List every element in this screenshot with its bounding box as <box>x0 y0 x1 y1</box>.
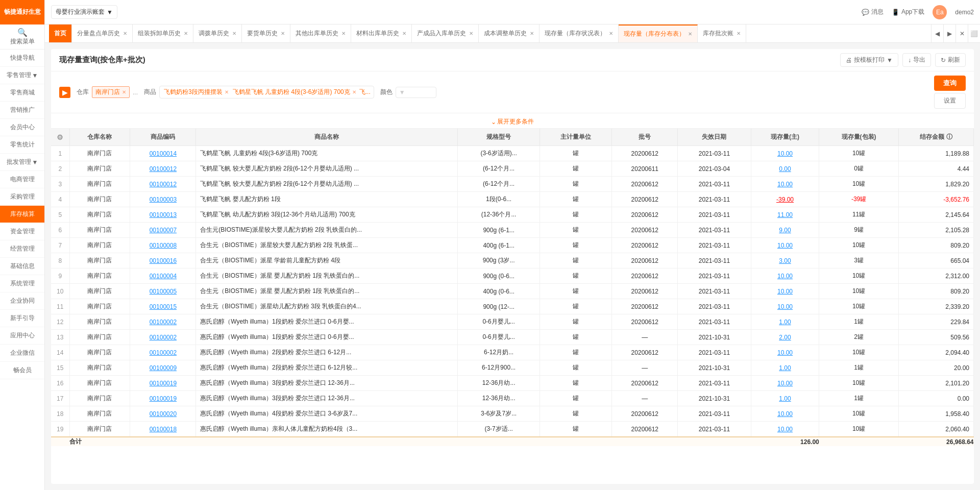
tab-inventory-status[interactable]: 现存量（库存状况表） ✕ <box>540 24 619 43</box>
product-filter-input[interactable]: 飞鹤奶粉3段丙撞摆装 ✕ 飞鹤星飞帆 儿童奶粉 4段(3-6岁适用) 700克 … <box>159 86 374 99</box>
tab-req-history[interactable]: 要货单历史 ✕ <box>242 24 290 43</box>
tab-cost-adjust[interactable]: 成本调整单历史 ✕ <box>479 24 540 43</box>
cell-qty-main[interactable]: 10.00 <box>751 268 819 284</box>
cell-code[interactable]: 00100002 <box>130 330 196 345</box>
cell-qty-main[interactable]: 10.00 <box>751 422 819 437</box>
sidebar-item-retail-mall[interactable]: 零售商城 <box>0 84 44 102</box>
cell-qty-main[interactable]: 1.00 <box>751 314 819 330</box>
query-button[interactable]: 查询 <box>934 76 966 91</box>
sidebar-item-member-center[interactable]: 会员中心 <box>0 119 44 136</box>
cell-code[interactable]: 00100018 <box>130 422 196 437</box>
cell-qty-main[interactable]: 10.00 <box>751 177 819 192</box>
settings-icon[interactable]: ⚙ <box>57 133 63 141</box>
tab-close-batch-ledger[interactable]: ✕ <box>737 31 741 36</box>
tab-close-inventory-status[interactable]: ✕ <box>609 31 613 36</box>
tab-product-in[interactable]: 产成品入库单历史 ✕ <box>412 24 479 43</box>
sidebar-item-inventory[interactable]: 库存核算 <box>0 206 44 223</box>
cell-code[interactable]: 00100019 <box>130 391 196 406</box>
cell-code[interactable]: 00100004 <box>130 268 196 284</box>
sidebar-item-biz-mgmt[interactable]: 经营管理 <box>0 240 44 258</box>
tab-close-split-history[interactable]: ✕ <box>123 31 127 36</box>
sidebar-item-system-mgmt[interactable]: 系统管理 <box>0 275 44 292</box>
cell-code[interactable]: 00100007 <box>130 223 196 238</box>
tab-close-product-in[interactable]: ✕ <box>469 31 473 36</box>
cell-qty-main[interactable]: 10.00 <box>751 299 819 314</box>
cell-code[interactable]: 00100020 <box>130 406 196 422</box>
cell-code[interactable]: 00100019 <box>130 376 196 391</box>
sidebar-item-basic-info[interactable]: 基础信息 <box>0 258 44 275</box>
product-tag-2[interactable]: 飞鹤星飞帆 儿童奶粉 4段(3-6岁适用) 700克 ✕ <box>232 88 357 96</box>
cell-code[interactable]: 00100013 <box>130 207 196 223</box>
sidebar-item-enterprise-collab[interactable]: 企业协同 <box>0 292 44 310</box>
cell-qty-main[interactable]: 10.00 <box>751 238 819 253</box>
product-tag-2-close[interactable]: ✕ <box>352 89 356 95</box>
tab-split-history[interactable]: 分量盘点单历史 ✕ <box>72 24 133 43</box>
tab-close-inventory-dist[interactable]: ✕ <box>688 31 692 37</box>
cell-qty-main[interactable]: 10.00 <box>751 376 819 391</box>
cell-qty-main[interactable]: -39.00 <box>751 192 819 207</box>
color-filter-input[interactable]: ▼ <box>396 87 436 98</box>
user-avatar[interactable]: Ea <box>933 5 947 19</box>
sidebar-item-vip-member[interactable]: 畅会员 <box>0 362 44 379</box>
sidebar-item-retail-mgmt[interactable]: 零售管理 ▼ <box>0 67 44 84</box>
account-dropdown[interactable]: 母婴行业演示账套 ▼ <box>51 5 117 19</box>
cell-code[interactable]: 00100016 <box>130 253 196 268</box>
tab-close-material-out[interactable]: ✕ <box>402 31 406 36</box>
tab-left-arrow[interactable]: ◀ <box>931 24 943 43</box>
product-tag-1[interactable]: 飞鹤奶粉3段丙撞摆装 ✕ <box>163 88 230 96</box>
tab-home[interactable]: 首页 <box>49 24 72 43</box>
sidebar-item-marketing[interactable]: 营销推广 <box>0 102 44 119</box>
tab-close-cost-adjust[interactable]: ✕ <box>530 31 534 36</box>
warehouse-tag[interactable]: 南岸门店 ✕ <box>92 86 130 98</box>
cell-qty-main[interactable]: 3.00 <box>751 253 819 268</box>
message-btn[interactable]: 💬 消息 <box>862 8 884 16</box>
cell-qty-main[interactable]: 10.00 <box>751 146 819 161</box>
sidebar-item-wholesale-mgmt[interactable]: 批发管理 ▼ <box>0 154 44 171</box>
warehouse-tag-close[interactable]: ✕ <box>122 89 126 95</box>
cell-qty-main[interactable]: 2.00 <box>751 330 819 345</box>
cell-qty-main[interactable]: 10.00 <box>751 406 819 422</box>
cell-qty-main[interactable]: 0.00 <box>751 161 819 177</box>
product-tag-1-close[interactable]: ✕ <box>225 89 229 95</box>
tab-close-other-out[interactable]: ✕ <box>341 31 346 36</box>
sidebar-search-item[interactable]: 🔍 搜索菜单 <box>0 24 44 50</box>
tab-batch-ledger[interactable]: 库存批次账 ✕ <box>698 24 746 43</box>
sidebar-item-enterprise-wechat[interactable]: 企业微信 <box>0 345 44 362</box>
sidebar-item-quick-nav[interactable]: 快捷导航 <box>0 50 44 67</box>
export-button[interactable]: ↓ 导出 <box>902 53 931 67</box>
cell-code[interactable]: 00100015 <box>130 299 196 314</box>
tab-maximize[interactable]: ⬜ <box>968 24 980 43</box>
cell-code[interactable]: 00100002 <box>130 345 196 360</box>
cell-code[interactable]: 00100002 <box>130 314 196 330</box>
cell-code[interactable]: 00100009 <box>130 360 196 376</box>
setting-button[interactable]: 设置 <box>934 93 966 109</box>
print-button[interactable]: 🖨 按模板打印 ▼ <box>840 53 898 67</box>
cell-code[interactable]: 00100008 <box>130 238 196 253</box>
tab-close-req-history[interactable]: ✕ <box>281 31 285 36</box>
tab-other-out-history[interactable]: 其他出库单历史 ✕ <box>290 24 351 43</box>
cell-qty-main[interactable]: 11.00 <box>751 207 819 223</box>
cell-qty-main[interactable]: 10.00 <box>751 345 819 360</box>
tab-close-current[interactable]: ✕ <box>955 24 968 43</box>
col-settings[interactable]: ⚙ <box>51 129 69 146</box>
tab-dismantle-history[interactable]: 组装拆卸单历史 ✕ <box>133 24 193 43</box>
sidebar-item-purchase-mgmt[interactable]: 采购管理 <box>0 188 44 206</box>
warehouse-filter-dots[interactable]: ... <box>133 89 138 96</box>
cell-qty-main[interactable]: 1.00 <box>751 360 819 376</box>
cell-code[interactable]: 00100012 <box>130 177 196 192</box>
tab-right-arrow[interactable]: ▶ <box>943 24 955 43</box>
sidebar-item-ecommerce-mgmt[interactable]: 电商管理 <box>0 171 44 188</box>
product-more-label[interactable]: 飞... <box>359 88 371 96</box>
tab-material-out[interactable]: 材料出库单历史 ✕ <box>351 24 412 43</box>
cell-code[interactable]: 00100005 <box>130 284 196 299</box>
cell-qty-main[interactable]: 10.00 <box>751 284 819 299</box>
sidebar-item-finance-mgmt[interactable]: 资金管理 <box>0 223 44 240</box>
filter-expand-arrow[interactable]: ▶ <box>59 87 70 98</box>
refresh-button[interactable]: ↻ 刷新 <box>935 53 966 67</box>
app-download-btn[interactable]: 📱 App下载 <box>892 8 924 16</box>
tab-inventory-dist[interactable]: 现存量（库存分布表） ✕ <box>619 24 698 43</box>
tab-close-mix-history[interactable]: ✕ <box>232 31 236 36</box>
tab-mix-history[interactable]: 调拨单历史 ✕ <box>193 24 242 43</box>
cell-code[interactable]: 00100003 <box>130 192 196 207</box>
expand-more-btn[interactable]: ⌄ 展开更多条件 <box>491 117 534 126</box>
